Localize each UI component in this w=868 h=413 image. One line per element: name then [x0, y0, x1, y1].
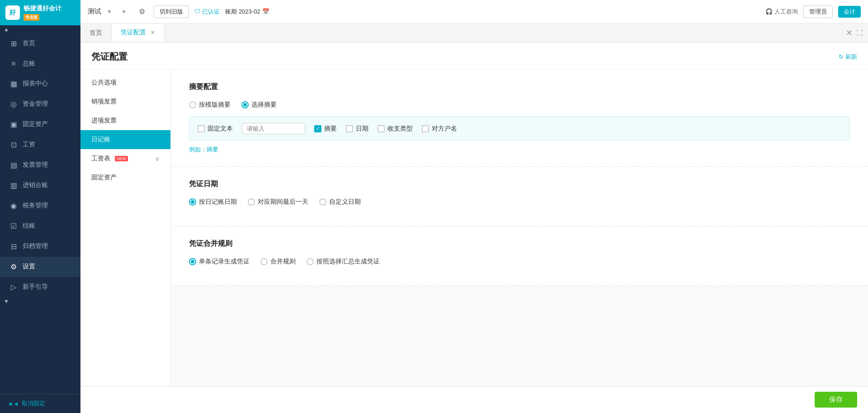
service-button[interactable]: 🎧 人工咨询: [765, 8, 798, 16]
sidebar-item-purchase-sales[interactable]: ▥ 进销台账: [0, 175, 80, 196]
checkbox-date[interactable]: 日期: [346, 125, 368, 133]
sidebar-scroll-up[interactable]: ▲: [0, 25, 80, 33]
radio-template-summary[interactable]: 按模版摘要: [189, 101, 231, 109]
left-nav-fixed-assets[interactable]: 固定资产: [80, 168, 170, 187]
checkbox-fixed-text[interactable]: 固定文本: [198, 125, 233, 133]
sidebar-item-settings-label: 设置: [23, 263, 35, 271]
sidebar-item-settings[interactable]: ⚙ 设置: [0, 257, 80, 277]
tab-expand-icon[interactable]: ⛶: [856, 29, 863, 37]
radio-period-last-circle: [248, 198, 255, 206]
radio-select-summary[interactable]: 选择摘要: [241, 101, 277, 109]
home-icon: ⊞: [9, 39, 18, 48]
radio-select-merge[interactable]: 按照选择汇总生成凭证: [307, 258, 380, 266]
refresh-button[interactable]: ↻ 刷新: [839, 53, 857, 61]
content-layout: 公共选项 销项发票 进项发票 日记账 工资表 NEW ∨ 固定资产: [80, 70, 868, 386]
tab-close-icon[interactable]: ✕: [151, 29, 155, 36]
add-button[interactable]: ＋: [118, 5, 130, 18]
sidebar-item-fixed-assets[interactable]: ▣ 固定资产: [0, 114, 80, 135]
checkbox-summary[interactable]: ✓ 摘要: [314, 125, 337, 133]
checkbox-payment-type-label: 收支类型: [387, 125, 413, 133]
radio-select-merge-label: 按照选择汇总生成凭证: [316, 258, 380, 266]
left-nav-payroll-table[interactable]: 工资表 NEW ∨: [80, 149, 170, 168]
settings-icon: ⚙: [9, 263, 18, 271]
cancel-fixed-button[interactable]: ◄◄ 取消固定: [0, 394, 80, 413]
shield-icon: 🛡: [194, 8, 200, 15]
tab-close-window-icon[interactable]: ✕: [846, 28, 853, 38]
left-nav-fixed-assets-label: 固定资产: [91, 174, 117, 182]
sidebar-item-tax[interactable]: ◉ 税务管理: [0, 196, 80, 216]
left-nav-purchase-invoice-label: 进项发票: [91, 117, 117, 125]
top-header: 测试 ▼ ＋ ⚙ 切到旧版 🛡 已认证 账期 2023-02 📅 🎧 人工咨询 …: [80, 0, 868, 23]
sidebar-item-reports-label: 报表中心: [23, 80, 48, 88]
radio-single-record[interactable]: 单条记录生成凭证: [189, 258, 250, 266]
sidebar-item-payroll[interactable]: ⊡ 工资: [0, 135, 80, 155]
settings-gear-button[interactable]: ⚙: [136, 5, 148, 18]
checkbox-counterparty[interactable]: 对方户名: [422, 125, 457, 133]
radio-journal-date-label: 按日记账日期: [199, 198, 237, 206]
checkbox-date-label: 日期: [356, 125, 368, 133]
checkbox-payment-type[interactable]: 收支类型: [377, 125, 413, 133]
sidebar: 好 畅捷通好会计 专业版 ▲ ⊞ 首页 ≡ 总账 ▦ 报表中心 ◎ 资金管理 ▣…: [0, 0, 80, 413]
radio-select-label: 选择摘要: [251, 101, 277, 109]
summary-radio-group: 按模版摘要 选择摘要: [189, 101, 850, 109]
company-dropdown-icon[interactable]: ▼: [107, 9, 112, 15]
logo-text: 畅捷通好会计: [24, 5, 61, 12]
sidebar-item-reports[interactable]: ▦ 报表中心: [0, 74, 80, 94]
left-nav-journal[interactable]: 日记账: [80, 130, 170, 149]
switch-old-button[interactable]: 切到旧版: [154, 5, 189, 18]
refresh-label: 刷新: [845, 53, 857, 61]
voucher-date-section: 凭证日期 按日记账日期 对应期间最后一天 自定义日期: [171, 167, 868, 226]
sidebar-item-closing[interactable]: ☑ 结账: [0, 216, 80, 236]
left-nav-public[interactable]: 公共选项: [80, 73, 170, 92]
sidebar-item-funds[interactable]: ◎ 资金管理: [0, 94, 80, 114]
service-label: 人工咨询: [774, 8, 798, 16]
sidebar-item-ledger[interactable]: ≡ 总账: [0, 54, 80, 74]
page-title: 凭证配置: [91, 51, 127, 63]
radio-journal-date[interactable]: 按日记账日期: [189, 198, 237, 206]
accountant-button[interactable]: 会计: [838, 6, 861, 18]
checkbox-counterparty-label: 对方户名: [432, 125, 457, 133]
payroll-icon: ⊡: [9, 141, 18, 149]
pro-badge: 专业版: [24, 14, 39, 21]
save-bar: 保存: [80, 386, 868, 413]
left-nav-purchase-invoice[interactable]: 进项发票: [80, 111, 170, 130]
sidebar-item-guide[interactable]: ▷ 新手引导: [0, 277, 80, 297]
sidebar-item-ledger-label: 总账: [23, 60, 35, 68]
checkbox-date-box: [346, 125, 353, 132]
fixed-text-input[interactable]: [242, 123, 305, 134]
radio-merge-rules[interactable]: 合并规则: [260, 258, 296, 266]
tab-voucher-config[interactable]: 凭证配置 ✕: [112, 24, 165, 42]
invoice-icon: ▤: [9, 161, 18, 169]
cancel-fixed-label: 取消固定: [22, 399, 45, 408]
left-nav-payroll-table-label: 工资表: [91, 155, 110, 163]
sidebar-item-invoice[interactable]: ▤ 发票管理: [0, 155, 80, 175]
funds-icon: ◎: [9, 100, 18, 108]
save-button[interactable]: 保存: [815, 392, 857, 408]
company-name: 测试: [88, 7, 101, 16]
radio-period-last[interactable]: 对应期间最后一天: [248, 198, 308, 206]
period-info: 账期 2023-02 📅: [225, 8, 269, 16]
tab-home[interactable]: 首页: [80, 24, 112, 42]
calendar-icon[interactable]: 📅: [262, 8, 269, 15]
tab-voucher-config-label: 凭证配置: [121, 28, 146, 37]
period-label: 账期: [225, 8, 237, 16]
admin-button[interactable]: 管理员: [803, 5, 833, 18]
left-nav-sales-invoice[interactable]: 销项发票: [80, 92, 170, 111]
certified-label: 已认证: [202, 8, 220, 16]
sidebar-item-archive-label: 归档管理: [23, 242, 48, 250]
example-text: 例如：摘要: [189, 145, 850, 154]
sidebar-item-home-label: 首页: [23, 39, 35, 47]
left-nav: 公共选项 销项发票 进项发票 日记账 工资表 NEW ∨ 固定资产: [80, 70, 171, 386]
sidebar-item-funds-label: 资金管理: [23, 100, 48, 108]
sidebar-item-guide-label: 新手引导: [23, 283, 48, 291]
headset-icon: 🎧: [765, 8, 773, 15]
sidebar-item-home[interactable]: ⊞ 首页: [0, 33, 80, 54]
radio-custom-date[interactable]: 自定义日期: [319, 198, 361, 206]
main-area: 测试 ▼ ＋ ⚙ 切到旧版 🛡 已认证 账期 2023-02 📅 🎧 人工咨询 …: [80, 0, 868, 413]
checkbox-payment-type-box: [377, 125, 385, 132]
sidebar-item-archive[interactable]: ⊟ 归档管理: [0, 236, 80, 257]
voucher-date-radio-group: 按日记账日期 对应期间最后一天 自定义日期: [189, 198, 850, 206]
checkbox-fixed-text-box: [198, 125, 205, 132]
sidebar-scroll-down[interactable]: ▼: [0, 297, 80, 305]
payroll-expand-icon[interactable]: ∨: [155, 155, 160, 162]
